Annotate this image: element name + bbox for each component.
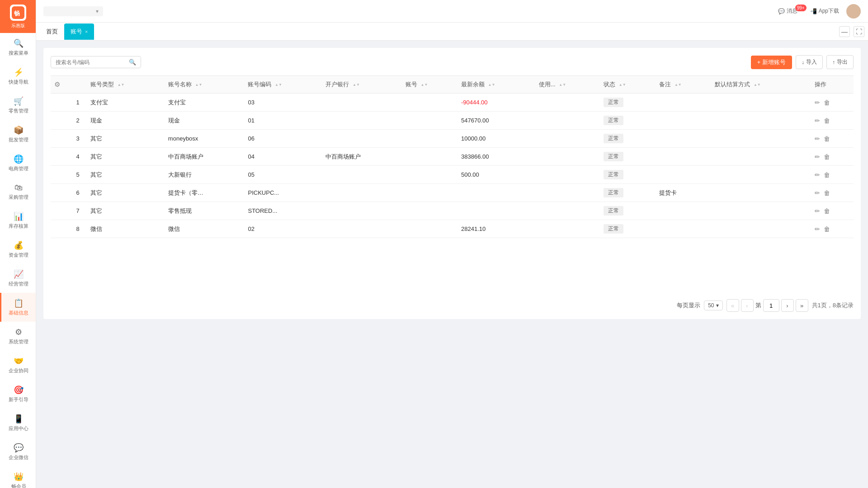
delete-icon[interactable]: 🗑	[824, 153, 830, 160]
sort-default-settlement-icon[interactable]: ▲▼	[754, 84, 761, 86]
sidebar-item-enterprise-agreement[interactable]: 🤝 企业协同	[0, 351, 36, 380]
tab-account[interactable]: 账号 ×	[64, 23, 94, 40]
search-input[interactable]	[56, 59, 126, 66]
sidebar-item-member[interactable]: 👑 畅会员	[0, 466, 36, 488]
row-remark-cell	[656, 112, 711, 130]
delete-icon[interactable]: 🗑	[824, 207, 830, 215]
sort-balance-icon[interactable]: ▲▼	[488, 84, 495, 86]
sort-status-icon[interactable]: ▲▼	[619, 84, 626, 86]
inventory-calc-icon: 📊	[14, 211, 24, 221]
delete-icon[interactable]: 🗑	[824, 189, 830, 197]
message-badge: 99+	[795, 5, 807, 11]
row-action-cell: ✏ 🗑	[811, 130, 854, 148]
settings-icon[interactable]: ⚙	[54, 80, 60, 88]
delete-icon[interactable]: 🗑	[824, 135, 830, 142]
status-badge: 正常	[604, 170, 623, 179]
edit-icon[interactable]: ✏	[815, 171, 820, 178]
sidebar: 畅 乐惠版 🔍 搜索菜单 ⚡ 快捷导航 🛒 零售管理 📦 批发管理 🌐 电商管理…	[0, 0, 36, 488]
search-box[interactable]: 🔍	[51, 56, 141, 68]
table-row: 6 其它 提货卡（零… PICKUPC... 正常 提货卡 ✏ 🗑	[51, 184, 854, 202]
sidebar-item-system-mgmt[interactable]: ⚙ 系统管理	[0, 322, 36, 351]
export-label: 导出	[837, 58, 848, 66]
row-action-cell: ✏ 🗑	[811, 112, 854, 130]
sort-code-icon[interactable]: ▲▼	[275, 84, 282, 86]
sidebar-item-label: 快捷导航	[9, 79, 28, 85]
edit-icon[interactable]: ✏	[815, 225, 820, 233]
sort-bank-icon[interactable]: ▲▼	[353, 84, 360, 86]
tab-maximize-button[interactable]: ⛶	[854, 26, 864, 37]
prev-page-button[interactable]: ‹	[741, 299, 754, 312]
sidebar-item-basic-info[interactable]: 📋 基础信息	[0, 293, 36, 322]
app-version: 乐惠版	[11, 23, 25, 28]
edit-icon[interactable]: ✏	[815, 207, 820, 215]
row-remark-cell: 提货卡	[656, 184, 711, 202]
import-button[interactable]: ↓ 导入	[796, 55, 823, 69]
row-account-cell	[402, 130, 458, 148]
row-balance-cell: 383866.00	[458, 148, 535, 166]
edit-icon[interactable]: ✏	[815, 135, 820, 142]
sidebar-item-wholesale-mgmt[interactable]: 📦 批发管理	[0, 120, 36, 149]
row-usage-cell	[535, 148, 600, 166]
sidebar-item-business-mgmt[interactable]: 📈 经营管理	[0, 264, 36, 293]
next-page-button[interactable]: ›	[781, 299, 794, 312]
sort-remark-icon[interactable]: ▲▼	[675, 84, 682, 86]
status-badge: 正常	[604, 224, 623, 234]
sidebar-item-app-center[interactable]: 📱 应用中心	[0, 408, 36, 437]
col-bank: 开户银行 ▲▼	[322, 76, 402, 94]
sort-type-icon[interactable]: ▲▼	[118, 84, 125, 86]
col-bank-label: 开户银行	[326, 81, 349, 88]
row-code-cell: STORED...	[244, 202, 322, 220]
edit-icon[interactable]: ✏	[815, 117, 820, 124]
tab-close-button[interactable]: ×	[85, 29, 88, 34]
sort-name-icon[interactable]: ▲▼	[195, 84, 202, 86]
app-download-button[interactable]: 📲 App下载	[810, 7, 839, 15]
delete-icon[interactable]: 🗑	[824, 99, 830, 106]
page-size-select[interactable]: 50 ▾	[704, 300, 722, 310]
first-page-button[interactable]: «	[726, 299, 739, 312]
edit-icon[interactable]: ✏	[815, 153, 820, 160]
sidebar-item-retail-mgmt[interactable]: 🛒 零售管理	[0, 91, 36, 120]
sidebar-item-inventory-calc[interactable]: 📊 库存核算	[0, 206, 36, 235]
sort-account-icon[interactable]: ▲▼	[421, 84, 428, 86]
delete-icon[interactable]: 🗑	[824, 117, 830, 124]
sidebar-item-search-menu[interactable]: 🔍 搜索菜单	[0, 33, 36, 62]
top-search[interactable]: ▾	[43, 6, 103, 16]
col-status-label: 状态	[604, 81, 615, 88]
delete-icon[interactable]: 🗑	[824, 171, 830, 178]
col-remark-label: 备注	[659, 81, 671, 88]
row-code-cell: 05	[244, 166, 322, 184]
sidebar-item-purchase-mgmt[interactable]: 🛍 采购管理	[0, 178, 36, 206]
row-account-cell	[402, 220, 458, 238]
svg-text:畅: 畅	[14, 10, 20, 17]
top-search-input[interactable]	[48, 8, 93, 14]
sidebar-item-label: 应用中心	[9, 425, 28, 432]
row-default-settlement-cell	[711, 220, 811, 238]
delete-icon[interactable]: 🗑	[824, 225, 830, 233]
sidebar-item-new-guide[interactable]: 🎯 新手引导	[0, 380, 36, 408]
row-balance-cell	[458, 202, 535, 220]
add-account-button[interactable]: + 新增账号	[751, 56, 792, 69]
member-icon: 👑	[14, 472, 24, 482]
dropdown-arrow-icon[interactable]: ▾	[96, 8, 99, 14]
sidebar-item-quick-nav[interactable]: ⚡ 快捷导航	[0, 62, 36, 91]
row-remark-cell	[656, 202, 711, 220]
new-guide-icon: 🎯	[14, 385, 24, 395]
export-button[interactable]: ↑ 导出	[826, 55, 854, 69]
sidebar-item-capital-mgmt[interactable]: 💰 资金管理	[0, 235, 36, 264]
sidebar-item-enterprise-wechat[interactable]: 💬 企业微信	[0, 437, 36, 466]
sort-usage-icon[interactable]: ▲▼	[559, 84, 566, 86]
row-status-cell: 正常	[600, 148, 656, 166]
edit-icon[interactable]: ✏	[815, 189, 820, 197]
user-avatar[interactable]	[846, 4, 861, 19]
sidebar-item-ecommerce-mgmt[interactable]: 🌐 电商管理	[0, 149, 36, 178]
tab-bar: 首页 账号 × — ⛶	[36, 23, 868, 41]
row-settings-cell	[51, 184, 69, 202]
tab-minimize-button[interactable]: —	[839, 26, 850, 37]
tab-home[interactable]: 首页	[40, 23, 64, 40]
last-page-button[interactable]: »	[796, 299, 808, 312]
page-number-input[interactable]	[763, 299, 779, 312]
import-icon: ↓	[802, 59, 804, 66]
col-name-label: 账号名称	[168, 81, 192, 88]
edit-icon[interactable]: ✏	[815, 99, 820, 106]
message-button[interactable]: 💬 消息 99+	[778, 7, 803, 15]
